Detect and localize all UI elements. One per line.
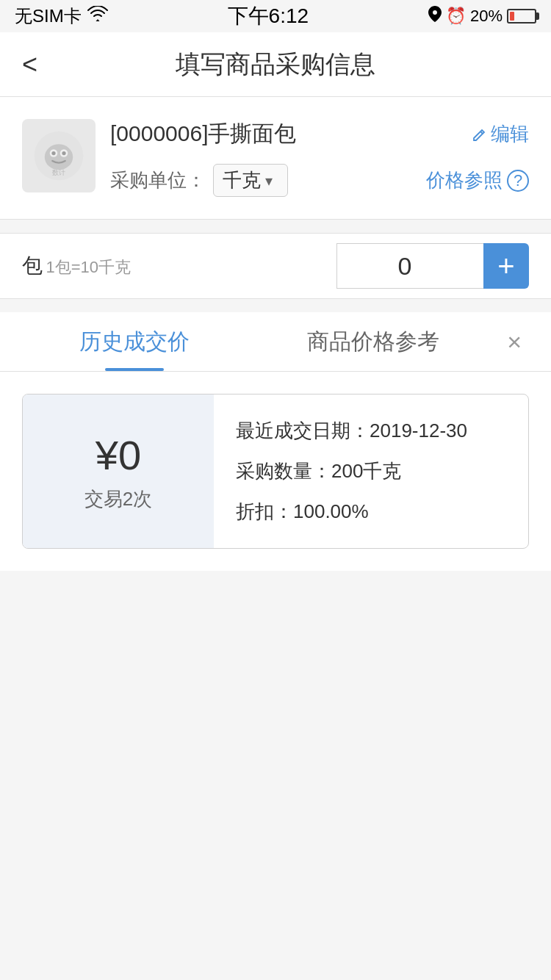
page-title: 填写商品采购信息 — [176, 48, 375, 82]
svg-point-1 — [45, 144, 73, 170]
quantity-input-group: + — [336, 243, 529, 289]
product-info: [0000006]手撕面包 编辑 采购单位： 千克 ▾ — [110, 119, 529, 197]
question-icon: ? — [507, 170, 529, 192]
svg-text:数计: 数计 — [52, 169, 65, 176]
status-left: 无SIM卡 — [15, 4, 108, 28]
price-card-right: 最近成交日期：2019-12-30 采购数量：200千克 折扣：100.00% — [214, 394, 528, 548]
tab-price-ref[interactable]: 商品价格参考 — [253, 312, 492, 371]
unit-label: 采购单位： — [110, 167, 206, 193]
price-card-left: ¥0 交易2次 — [23, 394, 214, 548]
currency-symbol: ¥ — [96, 432, 118, 478]
package-sub: 1包=10千克 — [46, 258, 131, 276]
status-bar: 无SIM卡 下午6:12 ⏰ 20% — [0, 0, 551, 32]
quantity-row: 采购数量：200千克 — [236, 457, 506, 486]
price-amount: ¥0 — [96, 431, 141, 479]
status-time: 下午6:12 — [228, 2, 309, 30]
status-right: ⏰ 20% — [428, 6, 536, 26]
recent-date-row: 最近成交日期：2019-12-30 — [236, 417, 506, 445]
price-value: 0 — [118, 432, 141, 478]
alarm-icon: ⏰ — [446, 7, 466, 26]
price-card-container: ¥0 交易2次 最近成交日期：2019-12-30 采购数量：200千克 折扣：… — [0, 372, 551, 571]
edit-button[interactable]: 编辑 — [472, 121, 529, 147]
edit-icon — [472, 126, 488, 143]
svg-point-4 — [51, 151, 55, 155]
quantity-section: 包 1包=10千克 + — [0, 233, 551, 299]
quantity-detail-label: 采购数量： — [236, 460, 331, 482]
quantity-label-group: 包 1包=10千克 — [22, 252, 131, 280]
back-button[interactable]: < — [22, 49, 37, 80]
unit-value: 千克 — [223, 167, 261, 193]
wifi-icon — [87, 6, 108, 26]
carrier-text: 无SIM卡 — [15, 4, 82, 28]
price-card: ¥0 交易2次 最近成交日期：2019-12-30 采购数量：200千克 折扣：… — [22, 394, 529, 549]
price-ref-button[interactable]: 价格参照 ? — [426, 167, 529, 193]
tab-bar: 历史成交价 商品价格参考 × — [0, 312, 551, 372]
price-ref-label: 价格参照 — [426, 167, 503, 193]
price-count: 交易2次 — [84, 486, 152, 512]
product-name-row: [0000006]手撕面包 编辑 — [110, 119, 529, 149]
battery-icon — [507, 9, 536, 24]
product-full-name: [0000006]手撕面包 — [110, 119, 296, 149]
recent-date-value: 2019-12-30 — [370, 419, 467, 442]
battery-percent: 20% — [470, 7, 503, 26]
unit-row: 采购单位： 千克 ▾ 价格参照 ? — [110, 164, 529, 197]
quantity-plus-button[interactable]: + — [483, 243, 529, 289]
nav-bar: < 填写商品采购信息 — [0, 32, 551, 97]
product-section: 数计 [0000006]手撕面包 编辑 采购单位： 千克 — [0, 97, 551, 220]
page: 无SIM卡 下午6:12 ⏰ 20% — [0, 0, 551, 980]
battery-fill — [510, 12, 514, 21]
location-icon — [428, 6, 442, 26]
discount-value: 100.00% — [293, 500, 369, 522]
quantity-input[interactable] — [336, 243, 483, 289]
product-image: 数计 — [22, 119, 96, 192]
quantity-detail-value: 200千克 — [331, 460, 401, 482]
svg-point-5 — [62, 151, 65, 155]
chevron-down-icon: ▾ — [265, 172, 273, 190]
tab-history-price[interactable]: 历史成交价 — [15, 312, 253, 371]
bottom-panel: 历史成交价 商品价格参考 × ¥0 交易2次 最近成交日期：2019-12-30 — [0, 312, 551, 571]
discount-label: 折扣： — [236, 500, 293, 522]
discount-row: 折扣：100.00% — [236, 497, 506, 526]
tab-close-button[interactable]: × — [492, 320, 536, 364]
package-label: 包 — [22, 254, 43, 277]
recent-date-label: 最近成交日期： — [236, 419, 370, 442]
unit-select[interactable]: 千克 ▾ — [213, 164, 288, 197]
product-thumbnail-icon: 数计 — [33, 130, 84, 181]
